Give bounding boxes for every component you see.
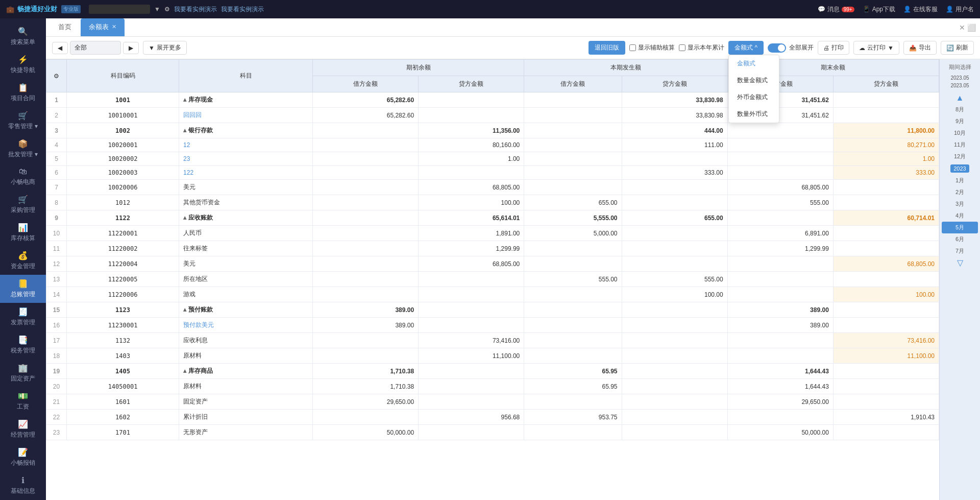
style-dropdown-menu: 金额式 数量金额式 外币金额式 数量外币式 (728, 55, 779, 123)
opening_debit-cell (312, 123, 418, 138)
up-arrow[interactable]: ▲ (955, 92, 965, 104)
opening_credit-cell: 73,416.00 (419, 333, 524, 348)
closing_debit-cell: 68,805.00 (727, 180, 833, 195)
account-name-cell[interactable]: 12 (179, 138, 313, 152)
return-old-btn[interactable]: 退回旧版 (589, 41, 625, 55)
month-5[interactable]: 5月 (942, 222, 978, 233)
closing_credit-cell: 60,714.01 (833, 210, 939, 226)
demo-link-text[interactable]: 我要看实例演示 (221, 5, 264, 14)
month-9[interactable]: 9月 (942, 115, 978, 127)
sidebar-item-capital[interactable]: 💰 资金管理 (0, 247, 46, 275)
nav-btn-right[interactable]: ▶ (123, 42, 139, 54)
sidebar-item-wholesale[interactable]: 📦 批发管理 ▾ (0, 135, 46, 163)
month-2[interactable]: 2月 (942, 186, 978, 198)
sidebar-label-invoice: 发票管理 (11, 318, 35, 327)
refresh-btn[interactable]: 🔄 刷新 (941, 41, 974, 55)
period_debit-cell (524, 166, 622, 180)
demo-link[interactable]: 我要看实例演示 (174, 5, 217, 14)
expand-all-toggle[interactable]: 全部展开 (768, 43, 814, 53)
online-service-nav[interactable]: 👤 在线客服 (903, 5, 938, 14)
print-btn[interactable]: 🖨 打印 (818, 41, 849, 55)
row-num-cell: 1 (46, 92, 67, 108)
sidebar-item-basic-info[interactable]: ℹ 基础信息 (0, 471, 46, 499)
show-year-total-checkbox[interactable]: 显示本年累计 (679, 43, 724, 52)
period_debit-cell: 5,000.00 (524, 226, 622, 241)
cloud-print-btn[interactable]: ☁ 云打印 ▼ (853, 41, 899, 55)
month-11[interactable]: 11月 (942, 139, 978, 151)
month-6[interactable]: 6月 (942, 233, 978, 245)
account-code-cell: 11220001 (67, 226, 179, 241)
month-10[interactable]: 10月 (942, 127, 978, 139)
closing_credit-cell: 11,800.00 (833, 123, 939, 138)
month-7[interactable]: 7月 (942, 245, 978, 257)
sidebar-item-purchase[interactable]: 🛒 采购管理 (0, 191, 46, 219)
row-num-cell: 9 (46, 210, 67, 226)
opening_credit-cell (419, 379, 524, 394)
settings-header[interactable]: ⚙ (46, 60, 67, 92)
window-minimize[interactable]: ✕ (959, 23, 965, 32)
month-1[interactable]: 1月 (942, 175, 978, 186)
style-option-quantity-amount[interactable]: 数量金额式 (729, 72, 779, 89)
opening_debit-cell: 65,282.60 (312, 92, 418, 108)
toggle-switch-control[interactable] (768, 43, 786, 53)
sidebar-item-tax[interactable]: 📑 税务管理 (0, 331, 46, 359)
sidebar-item-project[interactable]: 📋 项目合同 (0, 79, 46, 107)
sidebar-item-fixed-assets[interactable]: 🏢 固定资产 (0, 359, 46, 387)
show-helper-checkbox[interactable]: 显示辅助核算 (629, 43, 675, 52)
sidebar-item-payroll[interactable]: 💵 工资 (0, 387, 46, 415)
nav-btn-left[interactable]: ◀ (52, 42, 68, 54)
month-3[interactable]: 3月 (942, 198, 978, 210)
opening_credit-cell: 68,805.00 (419, 256, 524, 272)
style-option-quantity-foreign[interactable]: 数量外币式 (729, 106, 779, 123)
account-name-cell[interactable]: 预付款美元 (179, 318, 313, 333)
tab-balance-close[interactable]: ✕ (112, 23, 116, 30)
window-maximize[interactable]: ⬜ (967, 23, 976, 32)
account-name-cell[interactable]: 回回回 (179, 108, 313, 123)
tab-balance[interactable]: 余额表 ✕ (81, 18, 125, 36)
retail-icon: 🛒 (18, 111, 28, 121)
account-code-cell: 11220004 (67, 256, 179, 272)
message-nav[interactable]: 💬 消息 99+ (818, 5, 854, 14)
phone-icon: 📱 (863, 6, 870, 13)
expand-btn[interactable]: ▼ 展开更多 (143, 41, 187, 55)
account-code-cell: 1132 (67, 333, 179, 348)
closing_debit-cell (727, 152, 833, 166)
table-row: 1611230001预付款美元389.00389.00 (46, 318, 939, 333)
helper-checkbox-input[interactable] (629, 44, 636, 51)
app-download-nav[interactable]: 📱 App下载 (863, 5, 895, 14)
closing_debit-cell: 6,891.00 (727, 226, 833, 241)
sidebar-item-operation[interactable]: 📈 经营管理 (0, 415, 46, 443)
user-nav[interactable]: 👤 用户名 (946, 5, 974, 14)
period_debit-cell (524, 333, 622, 348)
sidebar-item-report[interactable]: 📝 小畅报销 (0, 443, 46, 471)
sidebar-item-quick-nav[interactable]: ⚡ 快捷导航 (0, 51, 46, 79)
dropdown-arrow[interactable]: ▼ (154, 6, 160, 13)
period-header: 本期发生额 (524, 60, 727, 76)
sidebar-item-general-ledger[interactable]: 📒 总账管理 (0, 275, 46, 303)
settings-icon[interactable]: ⚙ (164, 6, 170, 13)
style-option-foreign-amount[interactable]: 外币金额式 (729, 89, 779, 106)
period_debit-cell (524, 152, 622, 166)
account-name-header: 科目 (179, 60, 313, 92)
sidebar-item-ecommerce[interactable]: 🛍 小畅电商 (0, 163, 46, 191)
month-4[interactable]: 4月 (942, 210, 978, 222)
sidebar-item-invoice[interactable]: 🧾 发票管理 (0, 303, 46, 331)
sidebar-item-retail[interactable]: 🛒 零售管理 ▾ (0, 107, 46, 135)
style-btn[interactable]: 金额式 ^ (728, 41, 764, 55)
period_credit-cell: 333.00 (622, 166, 727, 180)
year-total-checkbox-input[interactable] (679, 44, 685, 51)
tab-home[interactable]: 首页 (50, 18, 80, 36)
sidebar-item-search[interactable]: 🔍 搜索菜单 (0, 22, 46, 51)
search-bar-placeholder[interactable] (89, 5, 150, 14)
opening_debit-cell: 389.00 (312, 302, 418, 318)
account-name-cell[interactable]: 122 (179, 166, 313, 180)
export-btn[interactable]: 📤 导出 (903, 41, 937, 55)
sidebar-label-inventory: 库存核算 (11, 234, 35, 243)
sidebar-item-inventory[interactable]: 📊 库存核算 (0, 219, 46, 247)
month-12[interactable]: 12月 (942, 151, 978, 162)
down-arrow[interactable]: ▽ (956, 257, 964, 269)
style-option-amount[interactable]: 金额式 (729, 55, 779, 72)
account-name-cell[interactable]: 23 (179, 152, 313, 166)
period_credit-cell (622, 318, 727, 333)
month-8[interactable]: 8月 (942, 104, 978, 115)
